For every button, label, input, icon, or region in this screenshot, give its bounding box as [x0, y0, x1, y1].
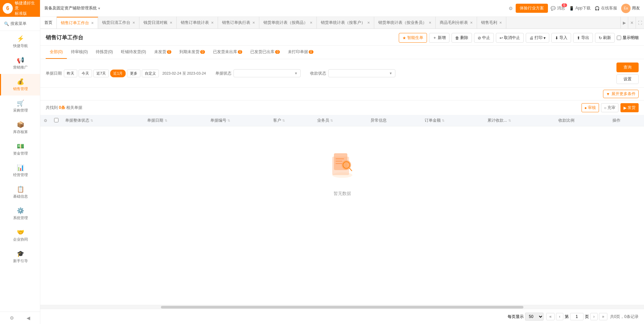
horizontal-scrollbar[interactable] — [40, 305, 644, 309]
show-detail-checkbox[interactable] — [617, 36, 621, 40]
sidebar-item-basic[interactable]: 📋 基础信息 — [0, 181, 40, 203]
date-btn-yesterday[interactable]: 昨天 — [64, 70, 77, 77]
tab-sales-customer[interactable]: 销货单统计表（按客户） ✕ — [317, 17, 374, 29]
app-download-btn[interactable]: 📱 App下载 — [569, 5, 591, 11]
date-btn-7days[interactable]: 近7天 — [93, 70, 109, 77]
user-menu-btn[interactable]: Ea 用友 — [621, 4, 640, 13]
smart-create-button[interactable]: ★ 智能生单 — [399, 33, 427, 43]
add-button[interactable]: ＋ 新增 — [429, 33, 449, 43]
date-btn-today[interactable]: 今天 — [79, 70, 92, 77]
tab-close-sales-customer[interactable]: ✕ — [367, 21, 370, 25]
table-col-customer[interactable]: 客户 ⇅ — [270, 115, 314, 126]
filter-settings-button[interactable]: 设置 — [616, 74, 639, 84]
sub-tab-undelivered[interactable]: 未发货0 — [150, 46, 176, 59]
sidebar-item-cooperation[interactable]: 🤝 企业协同 — [0, 225, 40, 246]
tab-scroll-right-btn[interactable]: ▶ — [620, 17, 628, 29]
page-number-input[interactable] — [570, 313, 584, 320]
sub-tab-wangpu-deliver[interactable]: 旺铺待发货(0) — [117, 46, 150, 59]
topbar-settings-icon[interactable]: ⚙ — [509, 6, 513, 11]
sub-tab-overdue-undelivered[interactable]: 到期未发货0 — [175, 46, 209, 59]
tab-close-sales-stats[interactable]: ✕ — [211, 21, 214, 25]
table-col-collected[interactable]: 累计收款... ⇅ — [484, 115, 555, 126]
table-col-staff[interactable]: 业务员 ⇅ — [314, 115, 367, 126]
status-select[interactable]: ▾ — [233, 69, 301, 77]
page-size-select[interactable]: 每页显示 50 10 20 100 — [508, 313, 544, 321]
print-button[interactable]: 🖨 打印 ▾ — [526, 33, 549, 43]
sub-tab-pending-audit[interactable]: 待审核(0) — [67, 46, 92, 59]
tab-sales-exec[interactable]: 销售订单执行表 ✕ — [218, 17, 259, 29]
stop-button[interactable]: ⊘ 中止 — [474, 33, 494, 43]
batch-audit-btn[interactable]: ● 审核 — [582, 103, 599, 112]
sub-tab-pending-pick[interactable]: 待拣货(0) — [92, 46, 117, 59]
sidebar-item-system[interactable]: ⚙️ 系统管理 — [0, 203, 40, 225]
refresh-button[interactable]: ↻ 刷新 — [595, 33, 615, 43]
dropdown-arrow-icon[interactable]: ▾ — [98, 6, 100, 11]
sub-tab-delivered-out[interactable]: 已发货已出库0 — [246, 46, 284, 59]
table-col-status[interactable]: 单据整体状态 ⇅ — [62, 115, 144, 126]
batch-unaudit-btn[interactable]: ○ 充审 — [601, 103, 618, 112]
tab-sales-stats[interactable]: 销售订单统计表 ✕ — [177, 17, 218, 29]
online-service-btn[interactable]: 🎧 在线客服 — [595, 5, 617, 11]
tab-close-goods-margin[interactable]: ✕ — [470, 21, 473, 25]
sidebar-item-marketing[interactable]: 📢 营销推广 — [0, 52, 40, 74]
collapse-sidebar-icon[interactable]: ◀ — [27, 315, 30, 321]
table-col-settings[interactable]: ⚙ — [40, 115, 51, 126]
expand-conditions-btn[interactable]: ▼ 展开更多条件 — [603, 90, 639, 98]
settings-gear-icon[interactable]: ⚙ — [10, 315, 14, 321]
date-btn-1month[interactable]: 近1月 — [110, 70, 126, 77]
tab-close-sales-goods[interactable]: ✕ — [310, 21, 312, 25]
sidebar-item-quick[interactable]: ⚡ 快捷导航 — [0, 31, 40, 52]
sidebar-search[interactable]: 🔍 搜索菜单 — [0, 17, 40, 31]
table-col-date[interactable]: 单据日期 ⇅ — [144, 115, 207, 126]
prev-page-btn[interactable]: ‹ — [556, 313, 563, 320]
tab-sales-workbench[interactable]: 销售订单工作台 ✕ — [57, 17, 98, 29]
sidebar-item-purchase[interactable]: 🛒 采购管理 — [0, 95, 40, 117]
tab-close-sales-staff[interactable]: ✕ — [429, 21, 431, 25]
date-btn-more[interactable]: 更多 — [127, 70, 140, 77]
show-detail-label[interactable]: 显示明细 — [617, 35, 639, 41]
sub-tab-delivered-not-out[interactable]: 已发货未出库0 — [209, 46, 247, 59]
tab-cash-clear[interactable]: 钱货日清工作台 ✕ — [98, 17, 139, 29]
solution-button[interactable]: 体验行业方案 — [516, 4, 548, 13]
export-button[interactable]: ⬆ 导出 — [573, 33, 593, 43]
select-all-checkbox[interactable] — [54, 118, 58, 122]
tab-close-sales-margin[interactable]: ✕ — [499, 21, 502, 25]
next-page-btn[interactable]: › — [590, 313, 598, 320]
tab-close-cash-reconcile[interactable]: ✕ — [170, 21, 172, 25]
tab-close-cash-clear[interactable]: ✕ — [132, 21, 135, 25]
tab-close-all-btn[interactable]: ✕ — [628, 17, 636, 29]
tab-goods-margin[interactable]: 商品毛利分析表 ✕ — [436, 17, 477, 29]
batch-deliver-btn[interactable]: ▶ 发货 — [620, 103, 639, 112]
delete-button[interactable]: 🗑 删除 — [452, 33, 472, 43]
tab-home[interactable]: 首页 — [40, 17, 57, 29]
per-page-dropdown[interactable]: 50 10 20 100 — [525, 313, 544, 321]
sidebar-item-business[interactable]: 📊 经营管理 — [0, 160, 40, 181]
first-page-btn[interactable]: « — [546, 313, 555, 320]
query-button[interactable]: 查询 — [616, 63, 639, 72]
import-button[interactable]: ⬇ 导入 — [551, 33, 571, 43]
sub-tab-unprinted[interactable]: 未打印单据0 — [284, 46, 317, 59]
tab-cash-reconcile[interactable]: 钱货日清对账 ✕ — [139, 17, 177, 29]
tab-fullscreen-btn[interactable]: ⛶ — [636, 17, 644, 29]
tab-close-sales-exec[interactable]: ✕ — [252, 21, 255, 25]
tab-sales-margin[interactable]: 销售毛利 ✕ — [477, 17, 506, 29]
sidebar-footer: ⚙ ◀ — [0, 312, 40, 324]
tab-close-sales-workbench[interactable]: ✕ — [91, 21, 94, 25]
sidebar-item-sales[interactable]: 💰 销售管理 — [0, 74, 40, 95]
tab-sales-staff[interactable]: 销货单统计表（按业务员） ✕ — [374, 17, 436, 29]
table-col-amount[interactable]: 订单金额 ⇅ — [421, 115, 484, 126]
table-col-number[interactable]: 单据编号 ⇅ — [207, 115, 270, 126]
sidebar-item-guide[interactable]: 🎓 新手引导 — [0, 246, 40, 268]
last-page-btn[interactable]: » — [599, 313, 607, 320]
date-btn-custom[interactable]: 自定义 — [142, 70, 159, 77]
collection-select[interactable]: ▾ — [328, 69, 395, 77]
scrollbar-thumb[interactable] — [161, 306, 523, 309]
tab-sales-goods[interactable]: 销货单统计表（按商品） ✕ — [259, 17, 317, 29]
table-col-checkbox[interactable] — [51, 115, 62, 126]
message-btn[interactable]: 💬 消息 6 — [551, 5, 565, 11]
sidebar-item-inventory[interactable]: 📦 库存核算 — [0, 117, 40, 138]
cancel-stop-button[interactable]: ↩ 取消中止 — [496, 33, 524, 43]
sidebar-item-finance[interactable]: 💵 资金管理 — [0, 138, 40, 160]
sub-tab-all[interactable]: 全部(0) — [46, 46, 67, 59]
search-menu-btn[interactable]: 🔍 搜索菜单 — [3, 19, 37, 28]
